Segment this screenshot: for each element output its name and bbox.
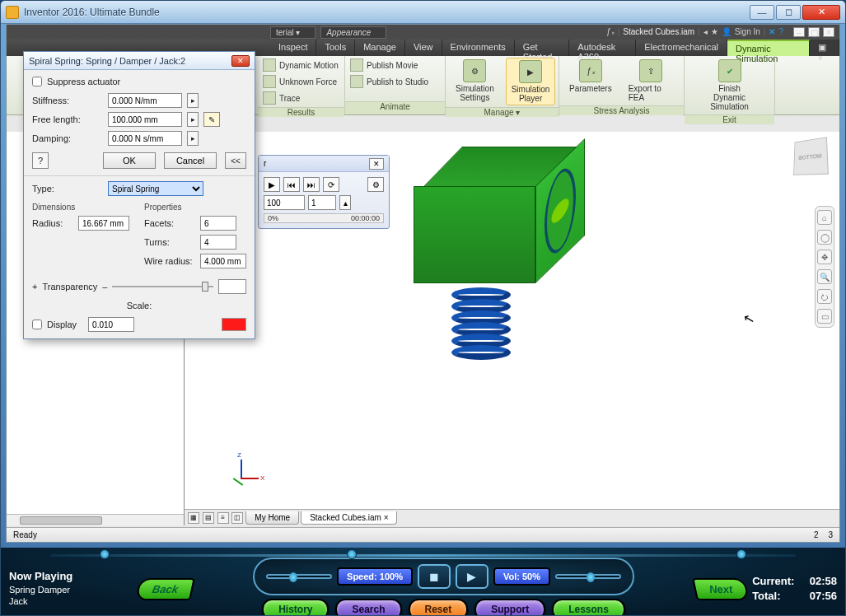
radius-input[interactable]: [78, 216, 129, 231]
lesson-pause-button[interactable]: ◼: [418, 564, 451, 589]
transparency-slider[interactable]: [112, 286, 213, 287]
tab-overflow[interactable]: ▣ ▾: [810, 40, 839, 56]
viewcube[interactable]: BOTTOM: [793, 137, 829, 175]
ok-button[interactable]: OK: [103, 152, 156, 169]
scale-input[interactable]: [88, 317, 134, 332]
window-close-button[interactable]: ✕: [802, 5, 840, 20]
tab-tools[interactable]: Tools: [316, 40, 355, 56]
signin-text[interactable]: Sign In: [735, 27, 760, 37]
publish-studio-button[interactable]: Publish to Studio: [350, 74, 428, 89]
edit-graph-button[interactable]: ✎: [203, 112, 220, 127]
sim-play-button[interactable]: ▶: [264, 177, 280, 192]
page-2[interactable]: 2: [814, 530, 819, 539]
spiral-spring-dialog[interactable]: Spiral Spring: Spring / Damper / Jack:2 …: [23, 51, 255, 339]
stiffness-flyout[interactable]: ▸: [187, 93, 199, 108]
tab-inspect[interactable]: Inspect: [270, 40, 316, 56]
support-button[interactable]: Support: [474, 599, 545, 616]
lesson-next-button[interactable]: Next: [692, 578, 750, 600]
timeline-marker[interactable]: [100, 549, 110, 559]
tab-environments[interactable]: Environments: [442, 40, 515, 56]
view-list-icon[interactable]: ≡: [217, 512, 229, 524]
collapse-button[interactable]: <<: [225, 152, 246, 169]
reset-button[interactable]: Reset: [409, 599, 469, 616]
favorite-icon[interactable]: ★: [711, 27, 718, 37]
lookat-icon[interactable]: ▭: [817, 309, 832, 324]
dialog-close-button[interactable]: ✕: [231, 55, 250, 67]
sim-step-input[interactable]: [308, 195, 336, 210]
suppress-actuator-checkbox[interactable]: [32, 77, 42, 86]
view-split-icon[interactable]: ◫: [231, 512, 243, 524]
cancel-button[interactable]: Cancel: [164, 152, 217, 169]
tab-view[interactable]: View: [405, 40, 442, 56]
damping-flyout[interactable]: ▸: [187, 131, 199, 146]
parameters-button[interactable]: ƒₓParameters: [564, 58, 617, 95]
page-3[interactable]: 3: [828, 530, 833, 539]
dialog-help-button[interactable]: ?: [32, 152, 49, 169]
mdi-minimize-button[interactable]: –: [793, 27, 805, 37]
pan-icon[interactable]: ✥: [817, 250, 832, 264]
sim-settings-button[interactable]: ⚙: [367, 177, 384, 192]
free-length-input[interactable]: [108, 112, 182, 127]
sim-player-close-button[interactable]: ✕: [369, 158, 384, 170]
lesson-play-button[interactable]: ▶: [456, 564, 488, 589]
type-select[interactable]: Spiral Spring: [108, 181, 203, 196]
tab-a360[interactable]: Autodesk A360: [569, 40, 636, 56]
doc-tab-stacked-cubes[interactable]: Stacked Cubes.iam ×: [301, 511, 397, 525]
quick-access-toolbar[interactable]: terial ▾ Appearance ƒₓ | Stacked Cubes.i…: [7, 25, 839, 40]
volume-slider[interactable]: [555, 574, 621, 579]
appearance-dropdown[interactable]: Appearance: [320, 26, 386, 39]
exchange-icon[interactable]: ✕: [769, 27, 775, 37]
browser-scrollbar[interactable]: [7, 514, 184, 525]
signin-icon[interactable]: 👤: [722, 27, 731, 37]
wheel-icon[interactable]: ◯: [817, 230, 832, 245]
simulation-player-button[interactable]: ▶Simulation Player: [506, 58, 556, 105]
trace-button[interactable]: Trace: [263, 91, 300, 105]
material-dropdown[interactable]: terial ▾: [270, 26, 315, 39]
history-button[interactable]: History: [262, 599, 329, 616]
free-length-flyout[interactable]: ▸: [187, 112, 199, 127]
window-minimize-button[interactable]: —: [750, 5, 774, 20]
tab-get-started[interactable]: Get Started: [515, 40, 569, 56]
mdi-close-button[interactable]: ×: [823, 27, 834, 37]
unknown-force-button[interactable]: Unknown Force: [263, 74, 337, 89]
timeline-playhead[interactable]: [347, 549, 357, 559]
zoom-icon[interactable]: 🔍: [817, 269, 832, 284]
timeline-end-marker[interactable]: [736, 549, 746, 559]
stiffness-input[interactable]: [108, 93, 182, 108]
wire-radius-input[interactable]: [200, 254, 246, 268]
simulation-settings-button[interactable]: ⚙Simulation Settings: [451, 58, 499, 104]
mdi-restore-button[interactable]: ▢: [808, 27, 820, 37]
lesson-timeline[interactable]: [50, 554, 796, 557]
simulation-player-panel[interactable]: r✕ ▶ ⏮ ⏭ ⟳ ⚙ ▴ 0% 00:00:00: [258, 155, 390, 229]
home-icon[interactable]: ⌂: [817, 210, 832, 225]
sim-loop-button[interactable]: ⟳: [323, 177, 339, 192]
tab-electromechanical[interactable]: Electromechanical: [636, 40, 727, 56]
publish-movie-button[interactable]: Publish Movie: [350, 58, 418, 72]
search-button[interactable]: Search: [335, 599, 401, 616]
speed-slider[interactable]: [266, 574, 332, 579]
window-maximize-button[interactable]: ◻: [776, 5, 801, 20]
display-checkbox[interactable]: [32, 320, 42, 329]
fx-icon[interactable]: ƒₓ: [606, 27, 615, 37]
help-icon[interactable]: ?: [778, 27, 783, 37]
orbit-icon[interactable]: ⭮: [817, 289, 832, 304]
tab-manage[interactable]: Manage: [355, 40, 405, 56]
transparency-input[interactable]: [218, 279, 246, 294]
finish-button[interactable]: ✔Finish Dynamic Simulation: [689, 58, 769, 113]
facets-input[interactable]: [200, 216, 236, 231]
export-fea-button[interactable]: ⇪Export to FEA: [624, 58, 679, 104]
lesson-back-button[interactable]: Back: [135, 578, 195, 600]
sim-step-up[interactable]: ▴: [339, 195, 351, 210]
sim-frames-input[interactable]: [264, 195, 305, 210]
nav-prev-icon[interactable]: ◂: [703, 27, 708, 37]
turns-input[interactable]: [200, 235, 236, 250]
tab-dynamic-simulation[interactable]: Dynamic Simulation: [727, 40, 810, 56]
sim-step-button[interactable]: ⏭: [303, 177, 320, 192]
sim-stop-button[interactable]: ⏮: [283, 177, 300, 192]
doc-tab-home[interactable]: My Home: [245, 511, 299, 525]
damping-input[interactable]: [108, 131, 182, 146]
lessons-button[interactable]: Lessons: [552, 599, 625, 616]
color-swatch[interactable]: [222, 318, 246, 331]
view-cascade-icon[interactable]: ▤: [203, 512, 214, 524]
window-titlebar[interactable]: Inventor 2016: Ultimate Bundle — ◻ ✕: [1, 1, 845, 24]
